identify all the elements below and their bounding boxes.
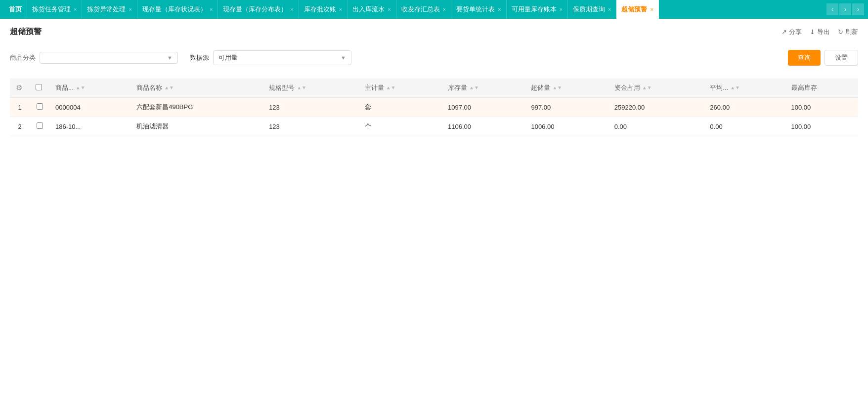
row-num-2: 2 — [10, 117, 30, 136]
sort-icon: ▲▼ — [730, 85, 740, 90]
close-icon[interactable]: × — [74, 6, 77, 12]
cell-code: 186-10... — [49, 117, 130, 136]
category-select[interactable]: ▼ — [40, 52, 178, 64]
row-checkbox-1 — [30, 98, 49, 117]
header-actions: ↗ 分享 ⤓ 导出 ↻ 刷新 — [781, 28, 858, 37]
row-num-1: 1 — [10, 98, 30, 117]
row-select-checkbox[interactable] — [37, 103, 43, 110]
chevron-down-icon: ▼ — [167, 55, 173, 61]
header-stock[interactable]: 库存量 ▲▼ — [442, 79, 525, 98]
header-select-all — [30, 79, 49, 98]
nav-item-inout-flow[interactable]: 出入库流水 × — [347, 0, 396, 19]
cell-capital: 259220.00 — [608, 98, 704, 117]
close-icon[interactable]: × — [443, 6, 446, 12]
cell-avg: 0.00 — [704, 117, 785, 136]
sort-icon: ▲▼ — [76, 85, 86, 90]
cell-code: 0000004 — [49, 98, 130, 117]
close-icon[interactable]: × — [560, 6, 563, 12]
table-header-row: ⚙ 商品... ▲▼ 商品名称 ▲▼ — [10, 79, 858, 98]
top-navigation: 首页 拣货任务管理 × 拣货异常处理 × 现存量（库存状况表） × 现存量（库存… — [0, 0, 868, 19]
nav-prev-button[interactable]: ‹ — [826, 3, 838, 15]
cell-spec: 123 — [263, 117, 359, 136]
header-gear: ⚙ — [10, 79, 30, 98]
close-icon[interactable]: × — [388, 6, 391, 12]
cell-overstock: 1006.00 — [525, 117, 608, 136]
cell-unit: 套 — [359, 98, 442, 117]
page-title: 超储预警 — [10, 27, 42, 37]
page-header: 超储预警 ↗ 分享 ⤓ 导出 ↻ 刷新 — [10, 27, 858, 37]
share-icon: ↗ — [781, 28, 787, 36]
header-name[interactable]: 商品名称 ▲▼ — [130, 79, 263, 98]
nav-item-quality-check[interactable]: 保质期查询 × — [568, 0, 616, 19]
cell-name: 机油滤清器 — [130, 117, 263, 136]
nav-item-stock-dist[interactable]: 现存量（库存分布表） × — [218, 0, 299, 19]
nav-menu-button[interactable]: › — [852, 3, 864, 15]
nav-arrows: ‹ › › — [826, 3, 864, 15]
table-row: 2 186-10... 机油滤清器 123 个 1106.00 1006.00 … — [10, 117, 858, 136]
sort-icon: ▲▼ — [164, 85, 174, 90]
sort-icon: ▲▼ — [469, 85, 479, 90]
nav-item-batch[interactable]: 库存批次账 × — [299, 0, 347, 19]
filter-bar: 商品分类 ▼ 数据源 可用量 ▼ 查询 设置 — [10, 45, 858, 71]
export-button[interactable]: ⤓ 导出 — [810, 28, 830, 37]
cell-avg: 260.00 — [704, 98, 785, 117]
cell-max-stock: 100.00 — [785, 117, 858, 136]
nav-item-abnormal[interactable]: 拣货异常处理 × — [82, 0, 137, 19]
main-content: 超储预警 ↗ 分享 ⤓ 导出 ↻ 刷新 商品分类 ▼ 数据源 — [0, 19, 868, 395]
category-filter: 商品分类 ▼ — [10, 52, 178, 64]
gear-icon[interactable]: ⚙ — [16, 83, 22, 92]
close-icon[interactable]: × — [290, 6, 293, 12]
refresh-icon: ↻ — [838, 28, 843, 36]
refresh-button[interactable]: ↻ 刷新 — [838, 28, 858, 37]
nav-item-stock-status[interactable]: 现存量（库存状况表） × — [137, 0, 218, 19]
cell-name: 六配套新昌490BPG — [130, 98, 263, 117]
cell-capital: 0.00 — [608, 117, 704, 136]
select-all-checkbox[interactable] — [36, 84, 42, 90]
sort-icon: ▲▼ — [386, 85, 396, 90]
cell-spec: 123 — [263, 98, 359, 117]
export-icon: ⤓ — [810, 28, 815, 36]
table-row: 1 0000004 六配套新昌490BPG 123 套 1097.00 997.… — [10, 98, 858, 117]
close-icon[interactable]: × — [210, 6, 213, 12]
datasource-label: 数据源 — [190, 53, 209, 62]
close-icon[interactable]: × — [498, 6, 501, 12]
nav-home[interactable]: 首页 — [4, 0, 27, 19]
nav-item-avail-ledger[interactable]: 可用量库存账本 × — [507, 0, 568, 19]
nav-item-overstock[interactable]: 超储预警 × — [616, 0, 658, 19]
category-label: 商品分类 — [10, 53, 36, 62]
header-avg[interactable]: 平均... ▲▼ — [704, 79, 785, 98]
header-overstock[interactable]: 超储量 ▲▼ — [525, 79, 608, 98]
close-icon[interactable]: × — [129, 6, 131, 12]
datasource-filter: 数据源 可用量 ▼ — [190, 50, 351, 65]
row-select-checkbox[interactable] — [37, 122, 43, 129]
sort-icon: ▲▼ — [552, 85, 562, 90]
nav-next-button[interactable]: › — [839, 3, 851, 15]
query-button[interactable]: 查询 — [788, 50, 821, 66]
sort-icon: ▲▼ — [642, 85, 652, 90]
nav-item-collect[interactable]: 收发存汇总表 × — [396, 0, 451, 19]
row-checkbox-2 — [30, 117, 49, 136]
close-icon[interactable]: × — [650, 6, 653, 12]
header-capital[interactable]: 资金占用 ▲▼ — [608, 79, 704, 98]
close-icon[interactable]: × — [608, 6, 611, 12]
header-max-stock: 最高库存 — [785, 79, 858, 98]
close-icon[interactable]: × — [339, 6, 342, 12]
header-spec[interactable]: 规格型号 ▲▼ — [263, 79, 359, 98]
datasource-value: 可用量 — [218, 53, 238, 62]
chevron-down-icon: ▼ — [341, 55, 346, 61]
data-table: ⚙ 商品... ▲▼ 商品名称 ▲▼ — [10, 79, 858, 136]
cell-stock: 1106.00 — [442, 117, 525, 136]
cell-overstock: 997.00 — [525, 98, 608, 117]
nav-item-task-mgmt[interactable]: 拣货任务管理 × — [27, 0, 82, 19]
header-code[interactable]: 商品... ▲▼ — [49, 79, 130, 98]
cell-stock: 1097.00 — [442, 98, 525, 117]
share-button[interactable]: ↗ 分享 — [781, 28, 802, 37]
settings-button[interactable]: 设置 — [825, 50, 858, 66]
header-unit[interactable]: 主计量 ▲▼ — [359, 79, 442, 98]
sort-icon: ▲▼ — [297, 85, 306, 90]
nav-item-order-stat[interactable]: 要货单统计表 × — [451, 0, 506, 19]
datasource-select[interactable]: 可用量 ▼ — [213, 50, 351, 65]
cell-unit: 个 — [359, 117, 442, 136]
cell-max-stock: 100.00 — [785, 98, 858, 117]
filter-actions: 查询 设置 — [788, 50, 858, 66]
